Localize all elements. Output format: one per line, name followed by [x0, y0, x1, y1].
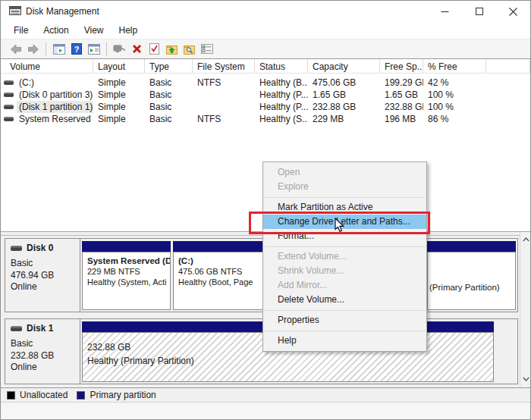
close-button[interactable]: [495, 1, 530, 22]
menu-item-shrink-volume: Shrink Volume...: [263, 264, 426, 278]
back-button[interactable]: [7, 41, 24, 58]
scroll-up-button[interactable]: [520, 234, 531, 246]
menu-separator: [263, 328, 426, 334]
column-header-layout[interactable]: Layout: [93, 59, 145, 73]
show-console-tree-button[interactable]: [50, 41, 68, 58]
cell-layout: Simple: [93, 113, 145, 125]
toolbar-separator: [106, 42, 107, 56]
cell-capacity: 232.88 GB: [308, 101, 380, 113]
column-header-status[interactable]: Status: [255, 59, 308, 73]
cell-free-space: 196 MB: [380, 113, 423, 125]
column-header-volume[interactable]: Volume: [1, 59, 93, 73]
menu-item-delete-volume[interactable]: Delete Volume...: [263, 293, 426, 307]
cell-free-space: 232.88 GB: [380, 101, 423, 113]
primary-partition-swatch: [77, 391, 85, 400]
maximize-button[interactable]: [462, 1, 497, 22]
menu-separator: [263, 307, 426, 313]
scroll-down-button[interactable]: [520, 373, 531, 385]
disk-type: Basic: [11, 338, 80, 350]
menu-item-add-mirror: Add Mirror...: [263, 278, 426, 293]
menu-file[interactable]: File: [8, 23, 34, 39]
volume-icon: [4, 117, 14, 121]
cell-pct-free: 100 %: [423, 101, 486, 113]
view-options-icon: [201, 44, 213, 54]
volume-name: (Disk 1 partition 1): [17, 101, 93, 113]
toolbar-separator: [46, 42, 46, 56]
cell-pct-free: 86 %: [423, 113, 486, 125]
disk0-partition3[interactable]: (Primary Partition): [427, 252, 516, 310]
cell-free-space: 199.29 GB: [380, 77, 423, 89]
disk-status: Online: [11, 362, 80, 374]
volume-icon: [4, 92, 14, 97]
menu-item-properties[interactable]: Properties: [263, 313, 426, 328]
menu-separator: [263, 194, 426, 200]
column-header-file-system[interactable]: File System: [193, 59, 255, 73]
maximize-icon: [476, 8, 483, 15]
mouse-cursor: [335, 218, 345, 235]
forward-button[interactable]: [24, 41, 42, 58]
disk0-header[interactable]: Disk 0 Basic 476.94 GB Online: [5, 239, 80, 312]
svg-text:?: ?: [74, 45, 79, 54]
menu-bar: File Action View Help: [1, 22, 530, 39]
folder-up-button[interactable]: [163, 41, 181, 58]
cell-free-space: 1.65 GB: [380, 89, 423, 101]
menu-item-help[interactable]: Help: [263, 334, 426, 348]
cell-file-system: NTFS: [193, 113, 255, 125]
disk-name: Disk 0: [27, 243, 53, 253]
partition-size: 229 MB NTFS: [83, 265, 170, 276]
cursor-arrow-icon: [335, 218, 345, 233]
delete-button[interactable]: [128, 41, 146, 58]
window-title: Disk Management: [26, 6, 99, 17]
close-icon: [509, 8, 517, 16]
chevron-down-icon: [523, 377, 529, 381]
folder-up-icon: [166, 44, 178, 55]
column-header-capacity[interactable]: Capacity: [308, 59, 380, 73]
toolbar: ?: [1, 39, 530, 59]
partition-status: Healthy (Primary Partition): [83, 353, 493, 366]
volume-row-system-reserved[interactable]: System Reserved ... Simple Basic NTFS He…: [1, 113, 530, 125]
title-bar: Disk Management: [1, 1, 530, 22]
minimize-button[interactable]: [427, 1, 462, 22]
column-header-type[interactable]: Type: [145, 59, 193, 73]
partition-status: Healthy (System, Acti: [83, 276, 170, 287]
cell-pct-free: 42 %: [423, 77, 486, 89]
menu-action[interactable]: Action: [37, 23, 74, 39]
cell-layout: Simple: [93, 89, 145, 101]
disk-size: 476.94 GB: [11, 270, 80, 282]
remote-computer-button[interactable]: [111, 41, 128, 58]
vertical-scrollbar[interactable]: [520, 232, 531, 387]
show-console-tree-icon: [53, 44, 65, 55]
menu-help[interactable]: Help: [113, 23, 144, 39]
volume-row-disk0-part3[interactable]: (Disk 0 partition 3) Simple Basic Health…: [1, 89, 530, 101]
menu-item-open: Open: [263, 165, 426, 180]
legend-primary-label: Primary partition: [90, 390, 156, 400]
disk-icon: [11, 326, 22, 331]
volume-row-disk1-part1-selected[interactable]: (Disk 1 partition 1) Simple Basic Health…: [1, 101, 530, 113]
volume-row-c[interactable]: (C:) Simple Basic NTFS Healthy (B... 475…: [1, 77, 530, 89]
context-menu: Open Explore Mark Partition as Active Ch…: [262, 161, 427, 352]
cell-file-system: [193, 101, 255, 113]
check-document-icon: [149, 43, 159, 55]
console-window-button[interactable]: [85, 41, 102, 58]
disk0-partition1-bar: [82, 241, 171, 252]
disk1-header[interactable]: Disk 1 Basic 232.88 GB Online: [5, 319, 80, 384]
partition-title: System Reserved (D: [83, 252, 170, 265]
column-header-pct-free[interactable]: % Free: [423, 59, 486, 73]
disk-size: 232.88 GB: [11, 350, 80, 362]
console-window-icon: [88, 44, 100, 55]
column-header-free-space[interactable]: Free Sp...: [380, 59, 423, 73]
legend-bar: Unallocated Primary partition: [1, 387, 530, 402]
cell-capacity: 229 MB: [308, 113, 380, 125]
volume-name: (Disk 0 partition 3): [17, 89, 93, 101]
folder-search-button[interactable]: [181, 41, 198, 58]
cell-layout: Simple: [93, 77, 145, 89]
view-options-button[interactable]: [198, 41, 215, 58]
cell-type: Basic: [145, 77, 193, 89]
menu-view[interactable]: View: [78, 23, 110, 39]
disk0-partition1[interactable]: System Reserved (D 229 MB NTFS Healthy (…: [82, 252, 171, 310]
status-bar: [1, 402, 530, 419]
column-header-filler: [486, 59, 530, 73]
help-button[interactable]: ?: [68, 41, 85, 58]
check-document-button[interactable]: [146, 41, 163, 58]
volume-name: (C:): [17, 77, 36, 89]
